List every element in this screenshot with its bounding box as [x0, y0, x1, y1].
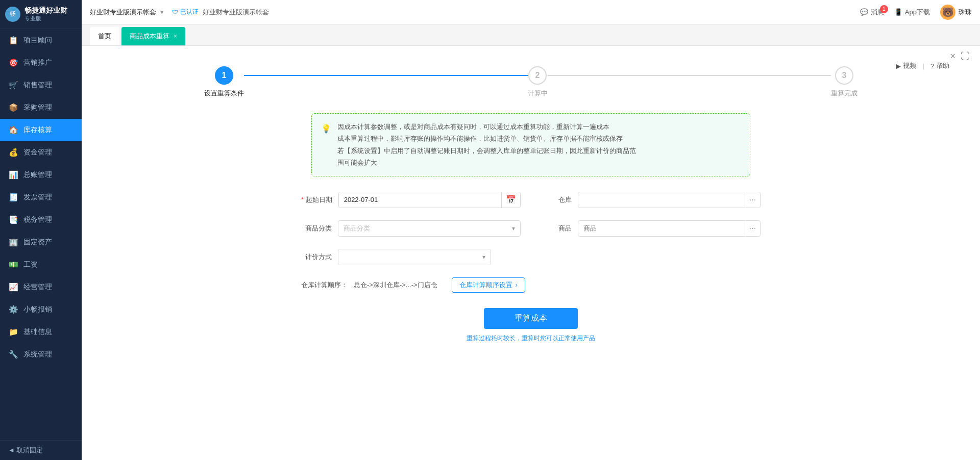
sidebar-logo: 畅 畅捷通好业财 专业版	[0, 0, 82, 29]
tab-close-icon[interactable]: ×	[174, 33, 177, 40]
sidebar-item-sales[interactable]: 🛒 销售管理	[0, 74, 82, 96]
tax-icon: 📑	[8, 215, 18, 225]
start-date-input[interactable]	[339, 192, 501, 208]
sidebar-item-label: 销售管理	[23, 81, 52, 90]
payroll-icon: 💵	[8, 260, 18, 270]
sidebar-item-label: 系统管理	[23, 350, 52, 359]
expense-icon: ⚙️	[8, 304, 18, 315]
content-area: × ⛶ ▶ 视频 | ? 帮助 1 设置重算条件	[82, 46, 980, 460]
warehouse-order-value: 总仓->深圳仓库->...->门店仓	[354, 280, 437, 290]
recalculate-section: 重算成本 重算过程耗时较长，重算时您可以正常使用产品	[301, 308, 761, 343]
project-icon: 📋	[8, 35, 18, 45]
step-2: 2 计算中	[528, 66, 548, 98]
pricing-label: 计价方式	[301, 252, 332, 262]
step-2-label: 计算中	[528, 89, 548, 98]
sidebar-item-label: 小畅报销	[23, 305, 52, 314]
app-logo-text: 畅捷通好业财 专业版	[24, 6, 67, 22]
sidebar-unpin-button[interactable]: ◄ 取消固定	[0, 440, 82, 460]
sidebar-item-label: 采购管理	[23, 103, 52, 112]
step-3-label: 重算完成	[831, 89, 857, 98]
step-1-label: 设置重算条件	[204, 89, 244, 98]
pricing-row: 计价方式 ▾	[301, 249, 761, 265]
goods-label: 商品	[541, 224, 572, 233]
window-controls: × ⛶	[950, 51, 970, 62]
form-container: 起始日期 📅 仓库 ··· 商品分类	[301, 192, 761, 343]
warehouse-input[interactable]	[578, 192, 745, 208]
topbar: 好业财专业版演示帐套 ▾ 🛡 已认证 好业财专业版演示帐套 💬 消息 1 📱 A…	[82, 0, 980, 24]
sidebar-item-finance[interactable]: 💰 资金管理	[0, 141, 82, 164]
verified-badge: 🛡 已认证 好业财专业版演示帐套	[172, 8, 269, 17]
calendar-icon[interactable]: 📅	[501, 192, 520, 208]
sidebar-item-purchase[interactable]: 📦 采购管理	[0, 96, 82, 119]
warehouse-order-settings-button[interactable]: 仓库计算顺序设置 ›	[452, 277, 525, 293]
sidebar-item-project[interactable]: 📋 项目顾问	[0, 29, 82, 52]
step-1-circle: 1	[215, 66, 233, 85]
sidebar-item-payroll[interactable]: 💵 工资	[0, 253, 82, 276]
user-profile[interactable]: 🐻 珠珠	[940, 5, 972, 20]
sidebar-item-label: 项目顾问	[23, 36, 52, 45]
category-label: 商品分类	[301, 224, 332, 233]
warehouse-more-icon[interactable]: ···	[745, 192, 760, 208]
expand-window-button[interactable]: ⛶	[961, 51, 970, 62]
sidebar-item-label: 经营管理	[23, 283, 52, 292]
start-date-input-wrapper[interactable]: 📅	[338, 192, 521, 208]
sidebar-item-label: 工资	[23, 260, 38, 269]
purchase-icon: 📦	[8, 103, 18, 113]
tab-cost-recalculate[interactable]: 商品成本重算 ×	[121, 27, 185, 45]
tab-home[interactable]: 首页	[90, 27, 119, 45]
step-2-circle: 2	[528, 66, 547, 85]
sidebar-item-marketing[interactable]: 🎯 营销推广	[0, 52, 82, 74]
sidebar-item-label: 总账管理	[23, 170, 52, 180]
steps-container: 1 设置重算条件 2 计算中 3 重算完成	[102, 66, 960, 98]
sidebar-item-basic[interactable]: 📁 基础信息	[0, 321, 82, 343]
sidebar-item-operations[interactable]: 📈 经营管理	[0, 276, 82, 298]
chevron-right-icon: ›	[516, 281, 518, 289]
sidebar-item-label: 库存核算	[23, 125, 52, 135]
mobile-icon: 📱	[894, 8, 902, 16]
sidebar-item-label: 营销推广	[23, 58, 52, 67]
sidebar-item-inventory[interactable]: 🏠 库存核算	[0, 119, 82, 141]
close-window-button[interactable]: ×	[950, 51, 955, 62]
sidebar-item-assets[interactable]: 🏢 固定资产	[0, 231, 82, 253]
main-content: 好业财专业版演示帐套 ▾ 🛡 已认证 好业财专业版演示帐套 💬 消息 1 📱 A…	[82, 0, 980, 460]
account-selector[interactable]: 好业财专业版演示帐套 ▾	[90, 8, 164, 17]
sales-icon: 🛒	[8, 80, 18, 90]
warehouse-label: 仓库	[541, 195, 572, 205]
sidebar-item-label: 资金管理	[23, 148, 52, 157]
form-row-1: 起始日期 📅 仓库 ···	[301, 192, 761, 208]
info-text: 因成本计算参数调整，或是对商品成本有疑问时，可以通过成本重算功能，重新计算一遍成…	[337, 121, 636, 169]
warehouse-field: 仓库 ···	[541, 192, 761, 208]
basic-icon: 📁	[8, 327, 18, 337]
app-download-button[interactable]: 📱 App下载	[894, 8, 930, 17]
message-button[interactable]: 💬 消息 1	[860, 8, 884, 17]
category-select[interactable]: 商品分类 ▾	[338, 220, 521, 237]
sidebar: 畅 畅捷通好业财 专业版 📋 项目顾问 🎯 营销推广 🛒 销售管理 📦 采购管理…	[0, 0, 82, 460]
shield-icon: 🛡	[172, 9, 178, 16]
tabs-bar: 首页 商品成本重算 ×	[82, 24, 980, 46]
goods-input[interactable]	[578, 221, 745, 236]
warehouse-order-label: 仓库计算顺序：	[301, 280, 348, 290]
topbar-right: 💬 消息 1 📱 App下载 🐻 珠珠	[860, 5, 972, 20]
info-box: 💡 因成本计算参数调整，或是对商品成本有疑问时，可以通过成本重算功能，重新计算一…	[311, 113, 750, 176]
sidebar-item-expense[interactable]: ⚙️ 小畅报销	[0, 298, 82, 321]
inventory-icon: 🏠	[8, 125, 18, 135]
category-field: 商品分类 商品分类 ▾	[301, 220, 521, 237]
operations-icon: 📈	[8, 282, 18, 292]
sidebar-item-tax[interactable]: 📑 税务管理	[0, 209, 82, 231]
step-line-1	[244, 75, 528, 76]
sidebar-item-system[interactable]: 🔧 系统管理	[0, 343, 82, 366]
goods-input-wrapper[interactable]: ···	[578, 220, 761, 237]
pricing-select[interactable]: ▾	[338, 249, 491, 265]
sidebar-item-label: 税务管理	[23, 215, 52, 224]
system-icon: 🔧	[8, 349, 18, 360]
step-line-2	[548, 75, 831, 76]
category-dropdown-icon: ▾	[512, 225, 515, 232]
start-date-field: 起始日期 📅	[301, 192, 521, 208]
goods-more-icon[interactable]: ···	[745, 221, 760, 236]
step-1: 1 设置重算条件	[204, 66, 244, 98]
sidebar-item-invoice[interactable]: 🧾 发票管理	[0, 186, 82, 209]
recalculate-button[interactable]: 重算成本	[484, 308, 578, 329]
warehouse-input-wrapper[interactable]: ···	[578, 192, 761, 208]
sidebar-item-accounting[interactable]: 📊 总账管理	[0, 164, 82, 186]
sidebar-scroll[interactable]: 📋 项目顾问 🎯 营销推广 🛒 销售管理 📦 采购管理 🏠 库存核算 💰 资金管…	[0, 29, 82, 440]
